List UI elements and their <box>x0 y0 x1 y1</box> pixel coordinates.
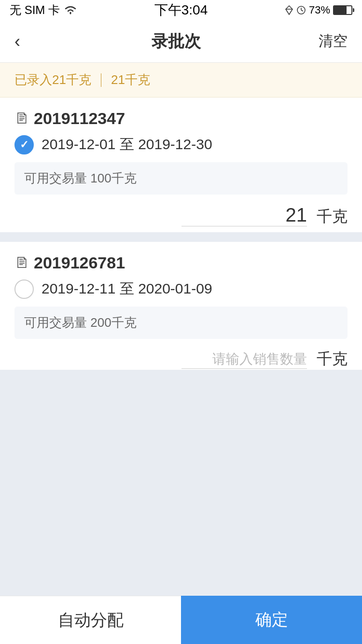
batch-2-input-wrapper: 请输入销售数量 <box>181 350 307 369</box>
batch-1-quantity-section: 21 千克 <box>0 195 362 232</box>
recorded-label: 已录入21千克 <box>14 71 91 88</box>
status-right: 73% <box>285 4 352 16</box>
batch-1-date-row[interactable]: 2019-12-01 至 2019-12-30 <box>14 135 348 154</box>
batch-1-capacity: 可用交易量 100千克 <box>14 162 348 195</box>
batch-1-id: 2019112347 <box>34 109 125 128</box>
batch-1-qty-underline <box>181 226 307 226</box>
auto-distribute-button[interactable]: 自动分配 <box>0 596 181 644</box>
battery-label: 73% <box>309 4 330 16</box>
nav-bar: ‹ 录批次 清空 <box>0 20 362 63</box>
batch-2-input-underline <box>181 368 307 369</box>
section-separator-1 <box>0 232 362 242</box>
recorded-value: 21千克 <box>111 71 150 88</box>
batch-1-qty-wrapper: 21 <box>181 204 307 226</box>
batch-1-radio[interactable] <box>14 135 34 154</box>
batch-item-2: 🖹 2019126781 2019-12-11 至 2020-01-09 可用交… <box>0 242 362 339</box>
status-left: 无 SIM 卡 <box>10 2 77 18</box>
batch-1-unit: 千克 <box>317 206 348 227</box>
batch-item-1: 🖹 2019112347 2019-12-01 至 2019-12-30 可用交… <box>0 98 362 195</box>
confirm-button[interactable]: 确定 <box>181 596 362 644</box>
status-time: 下午3:04 <box>154 1 208 19</box>
clock-icon <box>296 5 306 15</box>
status-bar: 无 SIM 卡 下午3:04 73% <box>0 0 362 20</box>
batch-2-input-section: 请输入销售数量 千克 <box>0 339 362 370</box>
carrier-label: 无 SIM 卡 <box>10 2 60 18</box>
batch-2-date: 2019-12-11 至 2020-01-09 <box>42 279 212 299</box>
batch-2-capacity: 可用交易量 200千克 <box>14 307 348 339</box>
batch-2-input-placeholder[interactable]: 请输入销售数量 <box>212 350 307 368</box>
svg-line-3 <box>301 10 303 11</box>
batch-2-radio[interactable] <box>14 280 34 299</box>
batch-1-header: 🖹 2019112347 <box>14 109 348 128</box>
clear-button[interactable]: 清空 <box>309 31 348 51</box>
batch-2-unit: 千克 <box>317 349 348 370</box>
wifi-icon <box>64 5 77 15</box>
batch-2-date-row[interactable]: 2019-12-11 至 2020-01-09 <box>14 279 348 299</box>
batch-2-header: 🖹 2019126781 <box>14 253 348 272</box>
location-icon <box>285 5 293 15</box>
batch-2-icon: 🖹 <box>14 255 29 271</box>
battery-icon <box>333 5 352 15</box>
banner-divider <box>101 73 101 87</box>
back-button[interactable]: ‹ <box>14 31 43 52</box>
page-title: 录批次 <box>152 30 201 53</box>
batch-1-quantity-value[interactable]: 21 <box>286 204 307 226</box>
batch-1-quantity-display: 21 千克 <box>14 199 348 232</box>
bottom-bar: 自动分配 确定 <box>0 596 362 644</box>
batch-1-icon: 🖹 <box>14 111 29 127</box>
empty-area <box>0 370 362 602</box>
batch-1-date: 2019-12-01 至 2019-12-30 <box>42 135 212 154</box>
info-banner: 已录入21千克 21千克 <box>0 63 362 98</box>
batch-2-id: 2019126781 <box>34 253 125 272</box>
